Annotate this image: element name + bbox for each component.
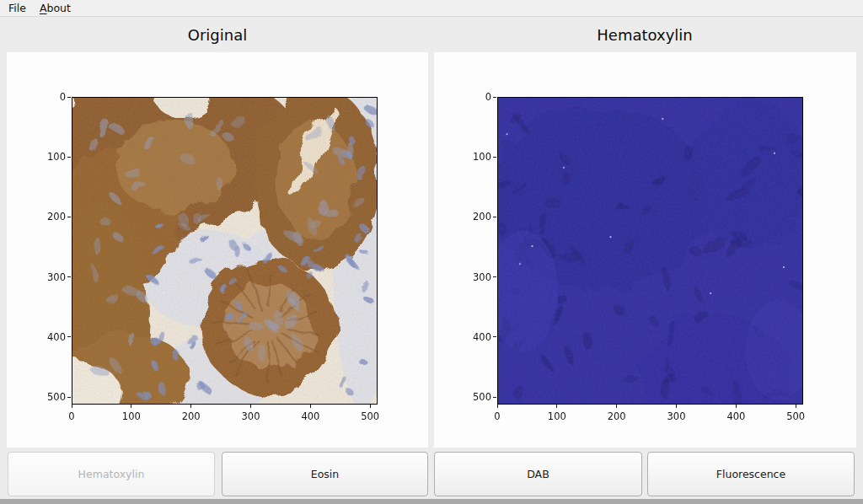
x-tick-mark: [190, 405, 191, 408]
x-tick-mark: [556, 405, 557, 408]
x-tick-mark: [676, 405, 677, 408]
y-tick-label: 400: [454, 331, 491, 343]
x-tick-label: 400: [717, 410, 754, 422]
panel-title-hematoxylin: Hematoxylin: [510, 26, 780, 44]
y-tick-mark: [67, 157, 71, 158]
eosin-button[interactable]: Eosin: [222, 452, 428, 496]
y-tick-mark: [493, 97, 496, 98]
menu-bar: File About: [0, 0, 863, 17]
x-tick-mark: [497, 405, 498, 408]
x-tick-label: 300: [658, 410, 695, 422]
y-tick-mark: [67, 336, 71, 337]
tissue-grain-texture: [72, 98, 377, 404]
x-tick-label: 100: [539, 410, 576, 422]
hematoxylin-channel-svg: [498, 98, 802, 404]
x-tick-label: 0: [53, 410, 90, 422]
panel-title-original: Original: [83, 26, 352, 44]
y-tick-label: 300: [454, 271, 491, 283]
x-tick-mark: [72, 405, 72, 408]
y-tick-mark: [493, 336, 496, 337]
window-bottom-edge: [0, 499, 863, 504]
x-tick-label: 500: [777, 410, 814, 422]
x-tick-mark: [736, 405, 737, 408]
y-tick-mark: [67, 276, 71, 277]
original-image: [72, 97, 378, 405]
y-tick-mark: [493, 157, 496, 158]
menu-about[interactable]: About: [40, 2, 71, 14]
x-tick-label: 300: [233, 410, 270, 422]
y-tick-label: 500: [29, 391, 66, 403]
y-tick-mark: [67, 97, 71, 98]
app-window: File About Original Hematoxylin: [0, 0, 863, 504]
x-tick-mark: [310, 405, 311, 408]
y-tick-mark: [493, 397, 496, 398]
y-tick-label: 200: [454, 211, 491, 223]
x-tick-label: 100: [113, 410, 150, 422]
y-tick-label: 400: [29, 331, 66, 343]
y-tick-mark: [493, 217, 496, 217]
y-tick-label: 300: [29, 271, 66, 283]
y-tick-label: 100: [29, 151, 66, 163]
y-tick-mark: [493, 276, 496, 277]
x-tick-mark: [131, 405, 131, 408]
hema-grain-texture: [498, 98, 802, 404]
fluorescence-button[interactable]: Fluorescence: [647, 452, 855, 496]
dab-button[interactable]: DAB: [434, 452, 642, 496]
y-tick-label: 200: [29, 211, 66, 223]
x-tick-mark: [370, 405, 371, 408]
y-tick-label: 100: [454, 151, 491, 163]
x-tick-label: 500: [351, 410, 389, 422]
y-tick-mark: [67, 217, 71, 217]
x-tick-label: 400: [292, 410, 329, 422]
y-tick-label: 0: [29, 91, 66, 103]
x-tick-mark: [250, 405, 251, 408]
hematoxylin-button[interactable]: Hematoxylin: [8, 452, 215, 496]
x-tick-mark: [616, 405, 617, 408]
original-histology-svg: [72, 98, 377, 404]
y-tick-label: 0: [454, 91, 491, 103]
x-tick-label: 200: [598, 410, 635, 422]
x-tick-mark: [796, 405, 796, 408]
x-tick-label: 200: [173, 410, 210, 422]
y-tick-label: 500: [454, 391, 491, 403]
menu-file[interactable]: File: [8, 2, 26, 14]
x-tick-label: 0: [479, 410, 516, 422]
y-tick-mark: [67, 397, 71, 398]
hematoxylin-image: [497, 97, 803, 405]
